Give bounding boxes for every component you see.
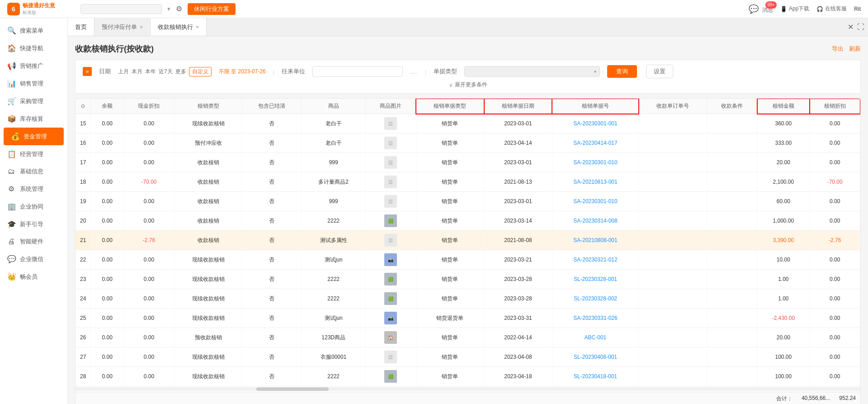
cell-goods: 测试jun bbox=[302, 250, 366, 270]
sidebar-item-guide[interactable]: 🎓 新手引导 bbox=[0, 215, 67, 233]
cell-cancel-discount: 0.00 bbox=[810, 309, 860, 328]
cancel-bill-link[interactable]: SL-20230328-001 bbox=[574, 276, 617, 282]
date-7days[interactable]: 近7天 bbox=[159, 68, 173, 76]
table-row: 21 0.00 -2.76 收款核销 否 测试多属性 🖼 销货单 2021-08… bbox=[75, 231, 860, 250]
cancel-bill-link[interactable]: SL-20230328-002 bbox=[574, 295, 617, 302]
expand-more-row[interactable]: ∨ 展开更多条件 bbox=[83, 81, 853, 89]
sidebar-item-wechat[interactable]: 💬 企业微信 bbox=[0, 250, 67, 268]
date-this-month[interactable]: 本月 bbox=[132, 68, 142, 76]
filter-expand-btn[interactable]: » bbox=[83, 67, 92, 76]
cancel-bill-link[interactable]: SA-20230331-026 bbox=[573, 315, 617, 321]
cell-cancel-bill-no[interactable]: ABC-001 bbox=[552, 328, 639, 347]
sidebar-item-enterprise[interactable]: 🏢 企业协同 bbox=[0, 198, 67, 215]
cancel-bill-link[interactable]: SA-20210808-001 bbox=[573, 237, 617, 243]
cell-cancel-bill-type: 销货单 bbox=[416, 192, 484, 211]
page-actions: 导出 刷新 bbox=[832, 45, 861, 53]
cell-cancel-bill-no[interactable]: SA-20210808-001 bbox=[552, 231, 639, 250]
cell-cancel-bill-no[interactable]: SA-20230301-010 bbox=[552, 192, 639, 211]
tab-cancel-label: 收款核销执行 bbox=[158, 23, 193, 31]
date-more[interactable]: 更多 bbox=[175, 68, 186, 76]
system-icon: ⚙ bbox=[7, 185, 15, 193]
query-btn[interactable]: 查询 bbox=[607, 65, 637, 78]
cancel-bill-link[interactable]: SA-20230301-010 bbox=[573, 198, 617, 204]
chevron-down-icon[interactable]: ▾ bbox=[167, 5, 170, 12]
cell-cancel-bill-no[interactable]: SA-20230414-017 bbox=[552, 133, 639, 153]
cancel-bill-link[interactable]: SA-20210813-001 bbox=[573, 179, 617, 185]
cancel-bill-link[interactable]: SA-20230321-012 bbox=[573, 257, 617, 263]
sidebar-item-sales[interactable]: 📊 销售管理 bbox=[0, 75, 67, 92]
cell-balance: 0.00 bbox=[91, 231, 124, 250]
bill-type-select[interactable] bbox=[464, 66, 600, 77]
setting-btn[interactable]: 设置 bbox=[646, 65, 673, 78]
sidebar-item-operations[interactable]: 📋 经营管理 bbox=[0, 145, 67, 163]
cell-cancel-bill-no[interactable]: SA-20230301-010 bbox=[552, 153, 639, 172]
cancel-bill-link[interactable]: SA-20230301-010 bbox=[573, 159, 617, 166]
tab-cancel-close[interactable]: × bbox=[196, 24, 199, 30]
cell-cancel-bill-no[interactable]: SL-20230328-001 bbox=[552, 270, 639, 289]
cell-cancel-bill-type: 销货单 bbox=[416, 153, 484, 172]
tab-cancel[interactable]: 收款核销执行 × bbox=[151, 18, 207, 36]
tab-home[interactable]: 首页 bbox=[68, 18, 94, 36]
cell-goods-img: 🖼 bbox=[366, 172, 416, 192]
export-btn[interactable]: 导出 bbox=[832, 45, 844, 53]
cell-cancel-bill-no[interactable]: SA-20230321-012 bbox=[552, 250, 639, 270]
from-unit-input[interactable] bbox=[312, 66, 403, 77]
notice-area[interactable]: 💬 99+ 消息 bbox=[749, 4, 773, 14]
date-this-year[interactable]: 本年 bbox=[145, 68, 156, 76]
sidebar-item-inventory[interactable]: 📦 库存核算 bbox=[0, 110, 67, 128]
sidebar-item-search[interactable]: 🔍 搜索菜单 bbox=[0, 22, 67, 39]
tab-close-icon[interactable]: ✕ bbox=[848, 23, 854, 31]
tab-prepay-close[interactable]: × bbox=[140, 24, 143, 30]
cell-cancel-bill-no[interactable]: SA-20210813-001 bbox=[552, 172, 639, 192]
cell-include-settled: 否 bbox=[242, 114, 302, 133]
date-last-month[interactable]: 上月 bbox=[118, 68, 129, 76]
industry-btn[interactable]: 休闲行业方案 bbox=[188, 3, 236, 15]
cancel-bill-link[interactable]: SA-20230414-017 bbox=[573, 140, 617, 146]
tab-prepay[interactable]: 预付冲应付单 × bbox=[94, 18, 151, 36]
cell-cancel-date: 2023-03-01 bbox=[484, 114, 552, 133]
sidebar-item-marketing[interactable]: 📢 营销推广 bbox=[0, 57, 67, 75]
cell-cancel-discount: 0.00 bbox=[810, 289, 860, 309]
cell-cancel-bill-type: 销货单 bbox=[416, 172, 484, 192]
cell-cancel-type: 现续收款核销 bbox=[174, 309, 242, 328]
sidebar-label-purchase: 采购管理 bbox=[20, 97, 43, 105]
cancel-bill-link[interactable]: SL-20230418-001 bbox=[574, 373, 617, 380]
cancel-bill-link[interactable]: ABC-001 bbox=[585, 334, 607, 341]
cell-cancel-amount: 1,000.00 bbox=[757, 211, 810, 231]
cancel-bill-link[interactable]: SL-20230408-001 bbox=[574, 354, 617, 360]
sidebar-item-member[interactable]: 👑 畅会员 bbox=[0, 268, 67, 285]
th-cancel-bill-no: 核销单据号 bbox=[552, 99, 639, 114]
cell-cancel-bill-no[interactable]: SA-20230314-008 bbox=[552, 211, 639, 231]
gear-settings-icon[interactable]: ⚙ bbox=[176, 5, 182, 13]
sidebar-label-finance: 资金管理 bbox=[24, 133, 47, 141]
goods-image: 🏠 bbox=[384, 331, 397, 344]
refresh-btn[interactable]: 刷新 bbox=[849, 45, 861, 53]
sidebar-item-hardware[interactable]: 🖨 智能硬件 bbox=[0, 233, 67, 250]
cancel-bill-link[interactable]: SA-20230314-008 bbox=[573, 218, 617, 224]
online-service-link[interactable]: 🎧 在线客服 bbox=[816, 5, 847, 13]
table-row: 15 0.00 0.00 现续收款核销 否 老白干 🖼 销货单 2023-03-… bbox=[75, 114, 860, 133]
cell-cancel-bill-no[interactable]: SL-20230418-001 bbox=[552, 367, 639, 386]
cell-cancel-bill-no[interactable]: SL-20230328-002 bbox=[552, 289, 639, 309]
table-gear-icon[interactable]: ⚙ bbox=[80, 103, 85, 109]
filter-separator: | bbox=[273, 68, 274, 75]
tab-expand-icon[interactable]: ⛶ bbox=[857, 23, 864, 31]
cell-goods-img: 📷 bbox=[366, 309, 416, 328]
cell-cancel-bill-no[interactable]: SL-20230408-001 bbox=[552, 347, 639, 367]
cell-include-settled: 否 bbox=[242, 172, 302, 192]
sidebar-item-system[interactable]: ⚙ 系统管理 bbox=[0, 180, 67, 198]
sidebar-item-nav[interactable]: 🏠 快捷导航 bbox=[0, 39, 67, 57]
sidebar-item-finance[interactable]: 💰 资金管理 bbox=[4, 128, 64, 145]
cell-cash-discount: 0.00 bbox=[124, 328, 175, 347]
top-search-input[interactable] bbox=[80, 4, 162, 14]
th-settings[interactable]: ⚙ bbox=[75, 99, 91, 114]
cell-cancel-bill-no[interactable]: SA-20230301-001 bbox=[552, 114, 639, 133]
cell-cancel-bill-no[interactable]: SA-20230331-026 bbox=[552, 309, 639, 328]
cell-include-settled: 否 bbox=[242, 153, 302, 172]
date-custom-btn[interactable]: 自定义 bbox=[189, 67, 212, 76]
cancel-bill-link[interactable]: SA-20230301-001 bbox=[573, 120, 617, 127]
app-download-link[interactable]: 📱 App下载 bbox=[780, 5, 809, 13]
sidebar-item-basic[interactable]: 🗂 基础信息 bbox=[0, 163, 67, 180]
sidebar-item-purchase[interactable]: 🛒 采购管理 bbox=[0, 92, 67, 110]
app-name: 畅捷通好生意 bbox=[23, 2, 55, 10]
